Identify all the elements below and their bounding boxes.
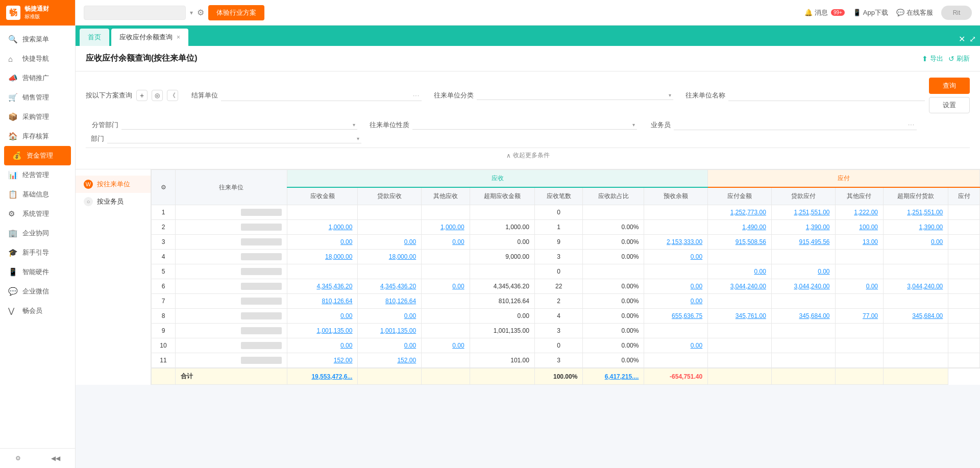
table-cell[interactable]: 0.00 — [287, 338, 358, 353]
sidebar-item-system[interactable]: ⚙ 系统管理 — [0, 204, 75, 224]
filter-add-button[interactable]: + — [136, 90, 148, 101]
table-cell[interactable]: 1,000.00 — [287, 220, 358, 235]
table-cell[interactable] — [422, 324, 470, 338]
trial-button[interactable]: 体验行业方案 — [208, 5, 264, 20]
table-cell[interactable] — [883, 294, 948, 309]
table-cell[interactable]: 13.00 — [835, 235, 883, 250]
sidebar-item-search[interactable]: 🔍 搜索菜单 — [0, 30, 75, 49]
table-cell[interactable] — [422, 250, 470, 264]
table-cell[interactable] — [644, 324, 708, 338]
table-cell[interactable]: 2,153,333.00 — [644, 235, 708, 250]
table-cell[interactable]: 0.00 — [835, 279, 883, 294]
user-avatar[interactable]: Rit — [941, 6, 972, 20]
table-cell[interactable] — [422, 205, 470, 220]
table-cell[interactable]: 915,495.56 — [771, 235, 835, 250]
table-cell[interactable] — [771, 353, 835, 368]
table-cell[interactable] — [358, 205, 422, 220]
table-cell[interactable] — [708, 250, 772, 264]
filter-partner-cat-select[interactable]: ▾ — [477, 91, 673, 100]
table-cell[interactable] — [771, 250, 835, 264]
table-cell[interactable] — [422, 264, 470, 279]
filter-collapse-button[interactable]: 《 — [167, 90, 178, 101]
table-cell[interactable]: 0.00 — [422, 338, 470, 353]
filter-target-button[interactable]: ◎ — [152, 90, 163, 101]
table-cell[interactable] — [422, 294, 470, 309]
table-cell[interactable] — [883, 264, 948, 279]
notification-btn[interactable]: 🔔 消息 99+ — [804, 8, 845, 17]
table-cell[interactable]: 0.00 — [287, 309, 358, 324]
col-settings-header[interactable]: ⚙ — [152, 170, 176, 205]
table-cell[interactable]: 915,508.56 — [708, 235, 772, 250]
table-cell[interactable] — [771, 338, 835, 353]
settlement-unit-field[interactable] — [223, 91, 411, 99]
sidebar-item-operations[interactable]: 📊 经营管理 — [0, 165, 75, 185]
sidebar-item-hardware[interactable]: 📱 智能硬件 — [0, 262, 75, 282]
table-cell[interactable]: 0.00 — [358, 309, 422, 324]
online-service-btn[interactable]: 💬 在线客服 — [896, 8, 933, 17]
table-cell[interactable]: 345,684.00 — [771, 309, 835, 324]
filter-partner-name-input[interactable] — [728, 90, 925, 101]
table-cell[interactable]: 1,251,551.00 — [771, 205, 835, 220]
table-cell[interactable]: 1,001,135.00 — [358, 324, 422, 338]
table-cell[interactable]: 1,001,135.00 — [287, 324, 358, 338]
table-settings-icon[interactable]: ⚙ — [161, 184, 166, 191]
sidebar-item-member[interactable]: ⋁ 畅会员 — [0, 301, 75, 321]
table-cell[interactable]: 152.00 — [287, 353, 358, 368]
table-cell[interactable] — [287, 264, 358, 279]
table-cell[interactable] — [644, 353, 708, 368]
app-download-btn[interactable]: 📱 App下载 — [853, 8, 888, 17]
table-cell[interactable]: 152.00 — [358, 353, 422, 368]
table-cell[interactable]: 0.00 — [358, 338, 422, 353]
table-cell[interactable] — [835, 264, 883, 279]
table-cell[interactable] — [708, 324, 772, 338]
table-cell[interactable] — [883, 338, 948, 353]
table-cell[interactable]: 0.00 — [883, 235, 948, 250]
sidebar-item-wechat[interactable]: 💬 企业微信 — [0, 282, 75, 301]
table-cell[interactable] — [708, 338, 772, 353]
table-cell[interactable] — [422, 309, 470, 324]
close-window-icon[interactable]: ✕ — [959, 34, 965, 44]
partner-name-field[interactable] — [730, 91, 923, 99]
table-cell[interactable]: 1,390.00 — [771, 220, 835, 235]
sidebar-item-quick[interactable]: ⌂ 快捷导航 — [0, 49, 75, 68]
sidebar-item-finance[interactable]: 💰 资金管理 — [4, 146, 71, 165]
table-cell[interactable] — [287, 205, 358, 220]
table-cell[interactable]: 345,684.00 — [883, 309, 948, 324]
ellipsis-icon[interactable]: ··· — [413, 92, 420, 99]
table-cell[interactable]: 3,044,240.00 — [708, 279, 772, 294]
table-cell[interactable]: 1,000.00 — [422, 220, 470, 235]
footer-ar-total[interactable]: 19,553,472,6... — [287, 368, 358, 385]
maximize-icon[interactable]: ⤢ — [969, 34, 976, 44]
footer-ar-advance[interactable]: 6,417,215.... — [583, 368, 644, 385]
sidebar-item-purchase[interactable]: 📦 采购管理 — [0, 107, 75, 127]
table-cell[interactable]: 0.00 — [644, 338, 708, 353]
table-cell[interactable]: 655,636.75 — [644, 309, 708, 324]
ellipsis-icon[interactable]: ··· — [908, 121, 915, 128]
tab-home[interactable]: 首页 — [80, 29, 109, 46]
table-cell[interactable]: 0.00 — [358, 235, 422, 250]
table-cell[interactable]: 0.00 — [422, 235, 470, 250]
table-cell[interactable]: 0.00 — [771, 264, 835, 279]
table-cell[interactable] — [771, 324, 835, 338]
table-cell[interactable]: 1,251,551.00 — [883, 205, 948, 220]
filter-dept-select[interactable]: ▾ — [121, 120, 357, 130]
table-cell[interactable]: 810,126.64 — [287, 294, 358, 309]
settings-btn[interactable]: ⚙ — [15, 455, 21, 462]
table-cell[interactable] — [835, 294, 883, 309]
settings-button[interactable]: 设置 — [929, 97, 970, 113]
sidebar-item-sales[interactable]: 🛒 销售管理 — [0, 88, 75, 107]
table-cell[interactable]: 345,761.00 — [708, 309, 772, 324]
table-cell[interactable] — [835, 338, 883, 353]
table-cell[interactable] — [835, 324, 883, 338]
refresh-button[interactable]: ↺ 刷新 — [948, 54, 970, 63]
sidebar-item-basic[interactable]: 📋 基础信息 — [0, 185, 75, 204]
table-cell[interactable]: 810,126.64 — [358, 294, 422, 309]
table-cell[interactable]: 4,345,436.20 — [287, 279, 358, 294]
table-cell[interactable] — [883, 324, 948, 338]
table-cell[interactable]: 1,252,773.00 — [708, 205, 772, 220]
sidebar-item-marketing[interactable]: 📣 营销推广 — [0, 68, 75, 88]
table-cell[interactable]: 0.00 — [644, 250, 708, 264]
filter-settlement-input[interactable]: ··· — [221, 90, 422, 101]
table-cell[interactable]: 1,490.00 — [708, 220, 772, 235]
query-button[interactable]: 查询 — [929, 78, 970, 94]
